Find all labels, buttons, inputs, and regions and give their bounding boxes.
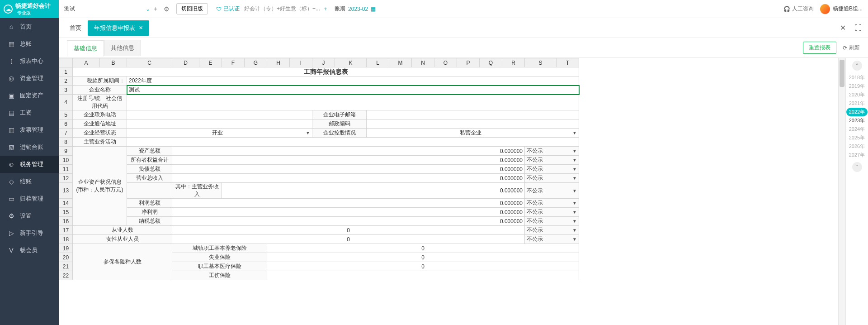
tab-home[interactable]: 首页	[63, 20, 88, 36]
spreadsheet[interactable]: ABCDEFGHIJKLMNOPQRST1工商年报信息表2税款所属期间：2022…	[59, 58, 838, 325]
company-selector[interactable]: 测试 ⌄	[64, 5, 150, 13]
col-header[interactable]: J	[312, 58, 335, 67]
col-header[interactable]: P	[457, 58, 480, 67]
col-header[interactable]: E	[199, 58, 222, 67]
col-header[interactable]: B	[100, 58, 127, 67]
holding-select[interactable]: 私营企业▼	[367, 129, 579, 138]
publicity-select[interactable]: 不公示▼	[525, 183, 579, 199]
col-header[interactable]: D	[172, 58, 199, 67]
fullscreen-icon[interactable]: ⛶	[853, 23, 863, 33]
close-icon[interactable]: ✕	[139, 25, 143, 31]
year-option[interactable]: 2020年	[846, 91, 868, 99]
publicity-select[interactable]: 不公示▼	[525, 226, 579, 235]
row-header[interactable]: 13	[59, 183, 73, 199]
col-header[interactable]: I	[290, 58, 312, 67]
sidebar-item[interactable]: ▦总账	[0, 35, 59, 53]
sidebar-item[interactable]: ⌂首页	[0, 18, 59, 35]
user-menu[interactable]: 畅捷通B组...	[820, 4, 863, 14]
row-header[interactable]: 18	[59, 235, 73, 244]
year-down-icon[interactable]: ˅	[852, 162, 862, 172]
sidebar-item[interactable]: ▭归档管理	[0, 190, 59, 207]
col-header[interactable]: L	[367, 58, 389, 67]
reset-report-button[interactable]: 重置报表	[803, 42, 836, 54]
sidebar-item[interactable]: ▥发票管理	[0, 121, 59, 139]
sidebar-item[interactable]: ⚙设置	[0, 207, 59, 225]
col-header[interactable]: T	[557, 58, 579, 67]
tab-close-all-icon[interactable]: ✕	[837, 23, 848, 33]
row-header[interactable]: 16	[59, 217, 73, 226]
col-header[interactable]: O	[434, 58, 457, 67]
refresh-button[interactable]: ⟳ 刷新	[843, 44, 860, 52]
add-icon[interactable]: ＋	[150, 5, 161, 13]
publicity-select[interactable]: 不公示▼	[525, 217, 579, 226]
corner-cell[interactable]	[59, 58, 73, 67]
year-option[interactable]: 2022年	[846, 108, 868, 116]
col-header[interactable]: F	[222, 58, 245, 67]
tab-annual-report[interactable]: 年报信息申报表 ✕	[88, 20, 149, 36]
year-option[interactable]: 2019年	[846, 82, 868, 91]
year-option[interactable]: 2025年	[846, 134, 868, 142]
sidebar-item[interactable]: ⫿报表中心	[0, 53, 59, 70]
row-header[interactable]: 15	[59, 208, 73, 217]
row-header[interactable]: 4	[59, 95, 73, 110]
row-header[interactable]: 2	[59, 76, 73, 86]
subtab-other[interactable]: 其他信息	[104, 40, 141, 56]
year-option[interactable]: 2018年	[846, 73, 868, 82]
input-cell[interactable]	[127, 95, 579, 110]
year-option[interactable]: 2027年	[846, 151, 868, 159]
sidebar-item[interactable]: ◎资金管理	[0, 70, 59, 87]
sidebar-item[interactable]: ◇结账	[0, 173, 59, 190]
row-header[interactable]: 1	[59, 67, 73, 76]
sidebar-item[interactable]: V畅会员	[0, 242, 59, 259]
year-option[interactable]: 2021年	[846, 99, 868, 108]
status-select[interactable]: 开业▼	[127, 129, 312, 138]
year-option[interactable]: 2024年	[846, 125, 868, 134]
publicity-select[interactable]: 不公示▼	[525, 208, 579, 217]
year-up-icon[interactable]: ˄	[852, 61, 862, 71]
row-header[interactable]: 5	[59, 110, 73, 119]
row-header[interactable]: 17	[59, 226, 73, 235]
year-option[interactable]: 2023年	[846, 116, 868, 125]
switch-old-button[interactable]: 切回旧版	[176, 3, 208, 14]
year-option[interactable]: 2026年	[846, 142, 868, 151]
col-header[interactable]: H	[267, 58, 290, 67]
col-header[interactable]: G	[245, 58, 267, 67]
col-header[interactable]: K	[335, 58, 367, 67]
col-header[interactable]: R	[502, 58, 525, 67]
publicity-select[interactable]: 不公示▼	[525, 156, 579, 165]
row-header[interactable]: 9	[59, 147, 73, 156]
subtab-basic[interactable]: 基础信息	[67, 40, 104, 57]
publicity-select[interactable]: 不公示▼	[525, 174, 579, 183]
row-header[interactable]: 20	[59, 253, 73, 262]
row-header[interactable]: 7	[59, 129, 73, 138]
company-name-cell[interactable]: 测试	[127, 86, 579, 95]
row-header[interactable]: 3	[59, 86, 73, 95]
col-header[interactable]: Q	[480, 58, 502, 67]
gear-icon[interactable]: ⚙	[161, 5, 172, 13]
vertical-scrollbar[interactable]	[838, 58, 845, 325]
publicity-select[interactable]: 不公示▼	[525, 199, 579, 208]
col-header[interactable]: A	[73, 58, 100, 67]
row-header[interactable]: 12	[59, 174, 73, 183]
col-header[interactable]: N	[412, 58, 434, 67]
row-header[interactable]: 6	[59, 119, 73, 129]
plus-icon[interactable]: ＋	[323, 5, 328, 13]
sidebar-item[interactable]: ▧进销台账	[0, 139, 59, 156]
col-header[interactable]: C	[127, 58, 172, 67]
publicity-select[interactable]: 不公示▼	[525, 165, 579, 174]
sidebar-item[interactable]: ▤工资	[0, 104, 59, 121]
publicity-select[interactable]: 不公示▼	[525, 235, 579, 244]
period-selector[interactable]: 2023-02 ▦	[348, 6, 376, 12]
sidebar-item[interactable]: ☺税务管理	[0, 156, 59, 173]
row-header[interactable]: 21	[59, 262, 73, 271]
row-header[interactable]: 22	[59, 271, 73, 280]
col-header[interactable]: S	[525, 58, 557, 67]
row-header[interactable]: 11	[59, 165, 73, 174]
publicity-select[interactable]: 不公示▼	[525, 147, 579, 156]
row-header[interactable]: 8	[59, 138, 73, 147]
sidebar-item[interactable]: ▷新手引导	[0, 225, 59, 242]
row-header[interactable]: 14	[59, 199, 73, 208]
support-link[interactable]: 🎧 人工咨询	[783, 5, 814, 13]
col-header[interactable]: M	[389, 58, 412, 67]
sidebar-item[interactable]: ▣固定资产	[0, 87, 59, 104]
